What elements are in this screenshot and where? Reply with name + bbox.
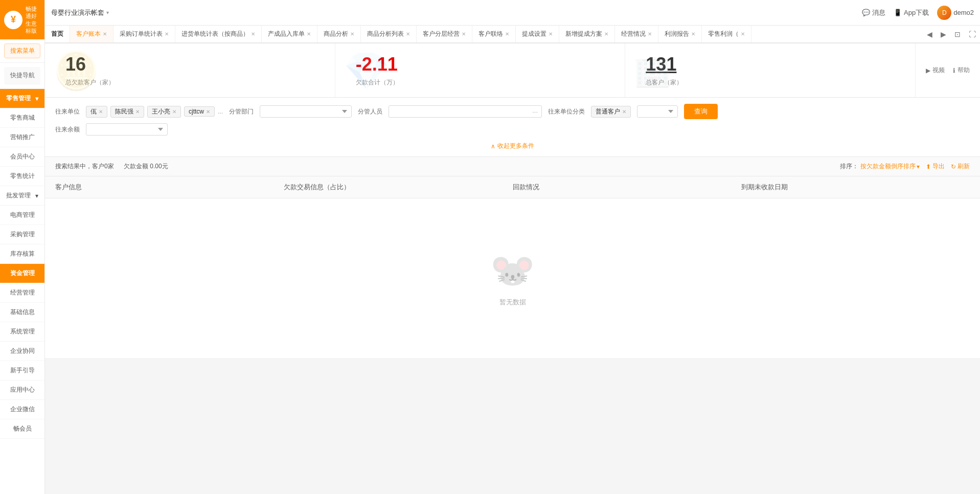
table-col-due-date: 到期未收款日期: [741, 183, 970, 192]
unit-tag-cjttcw-close[interactable]: ✕: [206, 109, 210, 115]
message-button[interactable]: 💬 消息: [862, 8, 885, 17]
sidebar-logo: ¥ 畅捷通好生意 标版: [0, 0, 44, 39]
tab-close-customer-contact[interactable]: ✕: [505, 31, 509, 37]
help-label: 帮助: [958, 66, 970, 75]
sidebar-item-ecommerce-mgmt[interactable]: 电商管理: [0, 206, 44, 225]
export-button[interactable]: ⬆ 导出: [926, 162, 945, 171]
search-query-button[interactable]: 查询: [684, 104, 718, 119]
sidebar-item-capital-mgmt[interactable]: 资金管理: [0, 264, 44, 283]
tab-scroll-left-button[interactable]: ◀: [923, 27, 937, 41]
person-filter-input[interactable]: [389, 105, 542, 118]
tab-close-customer-segment[interactable]: ✕: [462, 31, 466, 37]
sidebar-search-area: 搜索菜单: [0, 39, 44, 63]
stat-debt-total-label: 欠款合计（万）: [356, 78, 610, 87]
unit-type-tag-label: 普通客户: [596, 107, 620, 116]
stat-total-debt-customers: 🪙 16 总欠款客户（家）: [45, 43, 335, 97]
search-menu-button[interactable]: 搜索菜单: [4, 43, 40, 58]
tab-home[interactable]: 首页: [45, 26, 70, 42]
sidebar-item-wholesale-mgmt[interactable]: 批发管理 ▾: [0, 186, 44, 206]
table-col-debt-info: 欠款交易信息（占比）: [284, 183, 512, 192]
sidebar-item-enterprise-coop[interactable]: 企业协同: [0, 342, 44, 361]
person-filter-more-icon[interactable]: ···: [532, 108, 538, 116]
unit-type-filter-select[interactable]: [637, 105, 678, 118]
refresh-button[interactable]: ↻ 刷新: [951, 162, 970, 171]
tab-close-goods-analysis-list[interactable]: ✕: [406, 31, 410, 37]
content-area: 🪙 16 总欠款客户（家） 💎 -2.11 欠款合计（万） 🏢 131 总客户（…: [45, 43, 980, 494]
sidebar: ¥ 畅捷通好生意 标版 搜索菜单 快捷导航 零售管理 ▾ 零售商城 营销推广 会…: [0, 0, 45, 494]
balance-filter-label: 往来余额: [55, 125, 80, 134]
tab-purchase-order-stats[interactable]: 采购订单统计表 ✕: [113, 26, 175, 42]
unit-tag-wa-label: 佤: [90, 107, 97, 116]
sidebar-item-retail-stats[interactable]: 零售统计: [0, 167, 44, 186]
tab-customer-segment[interactable]: 客户分层经营 ✕: [417, 26, 472, 42]
person-filter-label: 分管人员: [358, 107, 382, 116]
sidebar-item-retail-mall[interactable]: 零售商城: [0, 108, 44, 128]
tab-new-promotion-plan[interactable]: 新增提成方案 ✕: [559, 26, 615, 42]
tab-goods-analysis[interactable]: 商品分析 ✕: [317, 26, 361, 42]
tab-profit-report[interactable]: 利润报告 ✕: [658, 26, 702, 42]
unit-tag-chen-close[interactable]: ✕: [135, 109, 140, 115]
tab-close-profit-report[interactable]: ✕: [691, 31, 695, 37]
stat-debt-total: 💎 -2.11 欠款合计（万）: [335, 43, 625, 97]
sidebar-item-purchase-mgmt[interactable]: 采购管理: [0, 225, 44, 244]
unit-tag-wa-close[interactable]: ✕: [99, 109, 103, 115]
tab-close-product-instock[interactable]: ✕: [307, 31, 311, 37]
unit-tag-wang-close[interactable]: ✕: [172, 109, 176, 115]
tab-scroll-right-button[interactable]: ▶: [937, 27, 950, 41]
sidebar-item-inventory-check[interactable]: 库存核算: [0, 244, 44, 264]
tab-close-purchase-order-stats[interactable]: ✕: [165, 31, 169, 37]
sidebar-item-app-center[interactable]: 应用中心: [0, 380, 44, 400]
sidebar-item-retail-mgmt[interactable]: 零售管理 ▾: [0, 89, 44, 108]
tab-close-new-promotion-plan[interactable]: ✕: [604, 31, 608, 37]
topbar-right: 💬 消息 📱 App下载 D demo2: [862, 6, 974, 20]
tab-close-instock-stats[interactable]: ✕: [251, 31, 255, 37]
app-download-button[interactable]: 📱 App下载: [894, 8, 929, 17]
sidebar-item-system-mgmt[interactable]: 系统管理: [0, 322, 44, 342]
sidebar-item-vip-member[interactable]: 畅会员: [0, 419, 44, 439]
unit-type-tag-close[interactable]: ✕: [622, 109, 626, 115]
tab-promotion-settings[interactable]: 提成设置 ✕: [516, 26, 559, 42]
account-selector[interactable]: 母婴行业演示帐套 ▾: [51, 8, 109, 17]
refresh-icon: ↻: [951, 163, 956, 170]
sidebar-item-marketing[interactable]: 营销推广: [0, 128, 44, 147]
tab-instock-stats[interactable]: 进货单统计表（按商品） ✕: [175, 26, 262, 42]
tab-business-status[interactable]: 经营情况 ✕: [615, 26, 658, 42]
dept-filter-select[interactable]: [260, 105, 352, 118]
tab-close-goods-analysis[interactable]: ✕: [350, 31, 354, 37]
sidebar-item-operation-mgmt[interactable]: 经营管理: [0, 283, 44, 303]
sidebar-item-member-center[interactable]: 会员中心: [0, 147, 44, 167]
unit-tags-more[interactable]: ...: [218, 108, 223, 115]
tab-customer-contact[interactable]: 客户联络 ✕: [472, 26, 516, 42]
tab-close-promotion-settings[interactable]: ✕: [549, 31, 553, 37]
user-avatar-button[interactable]: D demo2: [937, 6, 974, 20]
video-help-button[interactable]: ▶ 视频: [926, 66, 945, 75]
help-button[interactable]: ℹ 帮助: [953, 66, 970, 75]
tab-expand-button[interactable]: ⊡: [950, 27, 965, 41]
sidebar-item-new-guide[interactable]: 新手引导: [0, 361, 44, 380]
tab-product-instock[interactable]: 产成品入库单 ✕: [262, 26, 317, 42]
tab-close-business-status[interactable]: ✕: [648, 31, 652, 37]
filter-row-1: 往来单位 佤 ✕ 陈民强 ✕ 王小亮 ✕ cjttcw: [55, 104, 970, 119]
tab-goods-analysis-list[interactable]: 商品分析列表 ✕: [361, 26, 417, 42]
tab-close-customer-book[interactable]: ✕: [103, 31, 107, 37]
filter-collapse-button[interactable]: ∧ 收起更多条件: [491, 142, 534, 150]
app-subtitle: 标版: [26, 27, 40, 34]
stat-total-customers: 🏢 131 总客户（家）: [625, 43, 915, 97]
collapse-label: 收起更多条件: [497, 142, 534, 150]
tab-close-retail-profit[interactable]: ✕: [741, 31, 745, 37]
sidebar-item-basic-info[interactable]: 基础信息: [0, 303, 44, 322]
stat-total-customers-value: 131: [646, 54, 900, 75]
sort-value-button[interactable]: 按欠款金额倒序排序 ▾: [860, 162, 920, 171]
table-col-customer-info: 客户信息: [55, 183, 284, 192]
balance-filter-select[interactable]: [86, 123, 168, 136]
app-title: 畅捷通好生意: [26, 5, 40, 27]
quick-nav-item[interactable]: 快捷导航: [4, 67, 40, 84]
sidebar-item-enterprise-wechat[interactable]: 企业微信: [0, 400, 44, 419]
logo-icon: ¥: [4, 11, 22, 29]
help-icon: ℹ: [953, 67, 955, 74]
filter-area: 往来单位 佤 ✕ 陈民强 ✕ 王小亮 ✕ cjttcw: [45, 98, 980, 157]
account-name: 母婴行业演示帐套: [51, 8, 104, 17]
tab-fullscreen-button[interactable]: ⛶: [965, 27, 980, 41]
tab-retail-profit[interactable]: 零售利润（ ✕: [702, 26, 751, 42]
tab-customer-book[interactable]: 客户账本 ✕: [70, 26, 113, 43]
